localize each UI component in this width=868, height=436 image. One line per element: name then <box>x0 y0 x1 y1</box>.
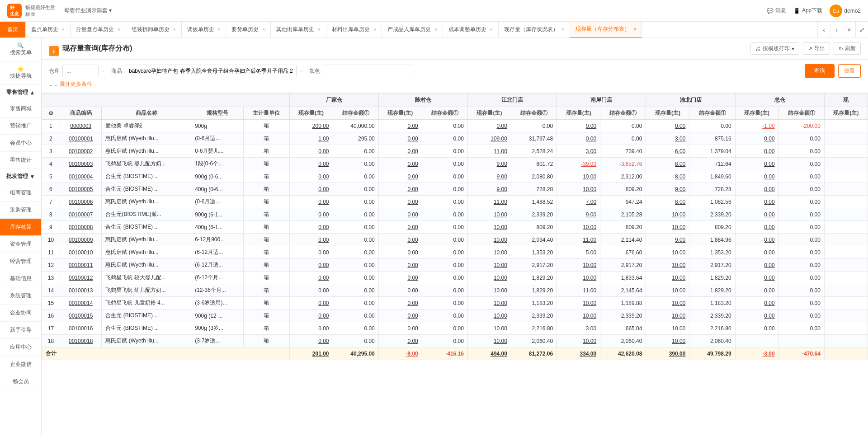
row-factory-qty[interactable]: 0.00 <box>289 322 333 335</box>
row-jiangbei-qty[interactable]: 11.00 <box>467 196 511 208</box>
row-chen-qty[interactable]: 0.00 <box>378 221 422 234</box>
total-jiangbei-qty[interactable]: 494.00 <box>467 347 511 360</box>
sidebar-item-member2[interactable]: 畅会员 <box>0 373 41 390</box>
row-nanan-qty[interactable]: 7.00 <box>557 196 600 208</box>
sidebar-item-enterprise-collab[interactable]: 企业协同 <box>0 305 41 322</box>
row-total-qty[interactable]: 0.00 <box>735 234 778 246</box>
tab-transfer[interactable]: 调拨单历史 × <box>182 22 226 38</box>
sidebar-item-quick-nav[interactable]: ⭐ 快捷导航 <box>0 61 41 85</box>
row-jiangbei-qty[interactable]: 10.00 <box>467 284 511 297</box>
row-chen-qty[interactable]: 0.00 <box>378 158 422 170</box>
collapse-btn[interactable]: › <box>49 46 59 56</box>
row-yubei-qty[interactable]: 8.00 <box>646 170 689 183</box>
row-nanan-qty[interactable]: 10.00 <box>557 272 600 284</box>
row-yubei-qty[interactable]: 10.00 <box>646 221 689 234</box>
row-total-qty[interactable]: 0.00 <box>735 183 778 196</box>
row-factory-qty[interactable]: 1.00 <box>289 132 333 145</box>
row-jiangbei-qty[interactable]: 11.00 <box>467 145 511 158</box>
row-factory-qty[interactable]: 0.00 <box>289 246 333 259</box>
sidebar-item-marketing[interactable]: 营销推广 <box>0 117 41 135</box>
row-chen-qty[interactable]: 0.00 <box>378 322 422 335</box>
row-total-qty[interactable]: -1.00 <box>735 120 778 132</box>
goods-more-btn[interactable]: ··· <box>299 68 304 74</box>
sidebar-item-purchase[interactable]: 采购管理 <box>0 202 41 219</box>
row-total-qty[interactable]: 0.00 <box>735 284 778 297</box>
tab-prev-btn[interactable]: ‹ <box>817 22 830 38</box>
row-jiangbei-qty[interactable]: 9.00 <box>467 183 511 196</box>
row-factory-qty[interactable]: 0.00 <box>289 297 333 309</box>
row-nanan-qty[interactable]: 9.00 <box>557 208 600 221</box>
warehouse-input[interactable] <box>62 65 99 77</box>
row-chen-qty[interactable]: 0.00 <box>378 208 422 221</box>
sidebar-item-guide[interactable]: 新手引导 <box>0 322 41 339</box>
row-factory-qty[interactable]: 0.00 <box>289 158 333 170</box>
row-nanan-qty[interactable]: 10.00 <box>557 297 600 309</box>
row-total-qty[interactable] <box>735 335 778 347</box>
row-code[interactable]: 00100009 <box>60 234 102 246</box>
expand-conditions-btn[interactable]: ⌄⌄ 展开更多条件 <box>49 80 861 88</box>
row-yubei-qty[interactable]: 10.00 <box>646 246 689 259</box>
row-total-qty[interactable]: 0.00 <box>735 246 778 259</box>
row-factory-qty[interactable]: 0.00 <box>289 170 333 183</box>
row-chen-qty[interactable]: 0.00 <box>378 335 422 347</box>
row-nanan-qty[interactable]: 11.00 <box>557 284 600 297</box>
row-yubei-qty[interactable]: 10.00 <box>646 297 689 309</box>
row-chen-qty[interactable]: 0.00 <box>378 145 422 158</box>
row-nanan-qty[interactable]: 10.00 <box>557 170 600 183</box>
tab-home[interactable]: 首页 <box>0 22 26 38</box>
sidebar-item-app-center[interactable]: 应用中心 <box>0 339 41 356</box>
tab-stock-status[interactable]: 现存量（库存状况表）× <box>499 22 571 38</box>
row-chen-qty[interactable]: 0.00 <box>378 170 422 183</box>
row-nanan-qty[interactable]: 10.00 <box>557 221 600 234</box>
row-total-qty[interactable]: 0.00 <box>735 132 778 145</box>
app-download-btn[interactable]: 📱 App下载 <box>793 7 822 14</box>
row-nanan-qty[interactable]: 10.00 <box>557 259 600 272</box>
user-area[interactable]: Ea demo2 <box>830 5 861 17</box>
row-jiangbei-qty[interactable]: 10.00 <box>467 259 511 272</box>
sidebar-item-retail-mall[interactable]: 零售商城 <box>0 100 41 117</box>
row-jiangbei-qty[interactable]: 10.00 <box>467 297 511 309</box>
sidebar-item-ecommerce[interactable]: 电商管理 <box>0 184 41 202</box>
row-yubei-qty[interactable]: 10.00 <box>646 335 689 347</box>
row-code[interactable]: 00100004 <box>60 170 102 183</box>
sidebar-item-basic-info[interactable]: 基础信息 <box>0 270 41 287</box>
row-total-qty[interactable]: 0.00 <box>735 309 778 322</box>
row-total-qty[interactable]: 0.00 <box>735 196 778 208</box>
row-nanan-qty[interactable]: 10.00 <box>557 183 600 196</box>
row-factory-qty[interactable]: 0.00 <box>289 272 333 284</box>
row-yubei-qty[interactable]: 10.00 <box>646 272 689 284</box>
row-yubei-qty[interactable]: 6.00 <box>646 145 689 158</box>
table-area[interactable]: 厂家仓 陈村仓 江北门店 南岸门店 渝北门店 总仓 现 ⚙ 商品编码 商品名称 … <box>42 93 868 436</box>
row-total-qty[interactable]: 0.00 <box>735 221 778 234</box>
row-chen-qty[interactable]: 0.00 <box>378 272 422 284</box>
total-total-qty[interactable]: -3.00 <box>735 347 778 360</box>
row-yubei-qty[interactable]: 9.00 <box>646 234 689 246</box>
row-jiangbei-qty[interactable]: 10.00 <box>467 309 511 322</box>
sidebar-item-system[interactable]: 系统管理 <box>0 287 41 305</box>
sidebar-item-retail-stats[interactable]: 零售统计 <box>0 152 41 169</box>
row-code[interactable]: 00100001 <box>60 132 102 145</box>
row-jiangbei-qty[interactable]: 10.00 <box>467 246 511 259</box>
row-code[interactable]: 00100007 <box>60 208 102 221</box>
tab-next-btn[interactable]: › <box>830 22 843 38</box>
row-factory-qty[interactable]: 0.00 <box>289 309 333 322</box>
row-code[interactable]: 00100018 <box>60 335 102 347</box>
row-code[interactable]: 00100006 <box>60 196 102 208</box>
row-factory-qty[interactable]: 0.00 <box>289 234 333 246</box>
row-yubei-qty[interactable]: 3.00 <box>646 132 689 145</box>
tab-sub-inventory[interactable]: 分量盘点单历史 × <box>71 22 126 38</box>
row-chen-qty[interactable]: 0.00 <box>378 309 422 322</box>
tab-assembly[interactable]: 组装拆卸单历史 × <box>126 22 182 38</box>
row-jiangbei-qty[interactable]: 10.00 <box>467 208 511 221</box>
row-jiangbei-qty[interactable]: 10.00 <box>467 335 511 347</box>
tab-other-outbound[interactable]: 其他出库单历史 × <box>271 22 326 38</box>
row-jiangbei-qty[interactable]: 10.00 <box>467 272 511 284</box>
row-chen-qty[interactable]: 0.00 <box>378 120 422 132</box>
row-yubei-qty[interactable]: 10.00 <box>646 208 689 221</box>
row-code[interactable]: 0000003 <box>60 120 102 132</box>
row-nanan-qty[interactable]: 0.00 <box>557 120 600 132</box>
row-total-qty[interactable]: 0.00 <box>735 297 778 309</box>
query-button[interactable]: 查询 <box>805 64 835 78</box>
row-chen-qty[interactable]: 0.00 <box>378 132 422 145</box>
tab-inventory-count[interactable]: 盘点单历史 × <box>26 22 71 38</box>
